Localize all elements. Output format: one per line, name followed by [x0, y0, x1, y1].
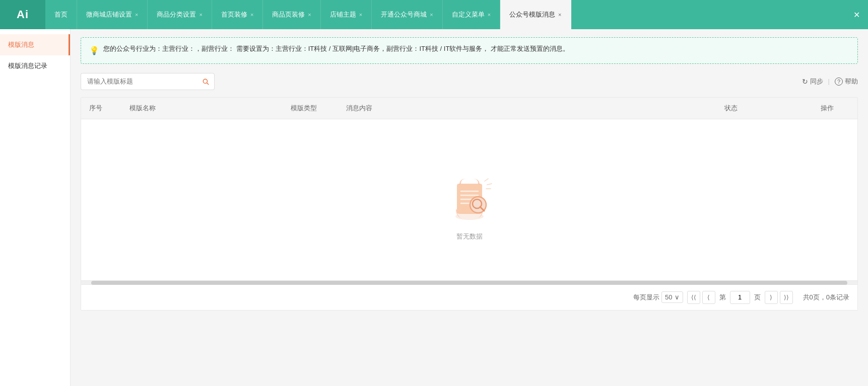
svg-line-12	[487, 184, 492, 185]
close-tab-weshop-icon[interactable]: ×	[135, 12, 138, 18]
page-size-select-box[interactable]: 50 ∨	[661, 291, 683, 303]
search-bar: ↻ 同步 | ? 帮助	[81, 73, 858, 90]
table-header: 序号 模版名称 模版类型 消息内容 状态 操作	[81, 98, 857, 119]
page-size-value: 50	[665, 293, 672, 301]
close-tab-homepage-icon[interactable]: ×	[250, 12, 253, 18]
close-tab-product-icon[interactable]: ×	[308, 12, 311, 18]
pagination: 每页显示 50 ∨ ⟨⟨ ⟨ 第 页 ⟩ ⟩⟩ 共0页，0条记录	[81, 284, 857, 310]
total-info: 共0页，0条记录	[803, 293, 849, 302]
scrollbar-thumb[interactable]	[91, 281, 847, 285]
last-page-button[interactable]: ⟩⟩	[780, 291, 793, 304]
search-icon	[202, 78, 209, 85]
nav-tab-menu[interactable]: 自定义菜单×	[443, 0, 500, 29]
svg-point-0	[203, 79, 207, 83]
close-tab-theme-icon[interactable]: ×	[359, 12, 362, 18]
data-table: 序号 模版名称 模版类型 消息内容 状态 操作	[81, 97, 858, 311]
search-button[interactable]	[196, 73, 215, 90]
col-header-name: 模版名称	[121, 98, 283, 119]
nav-tabs: 首页微商城店铺设置×商品分类设置×首页装修×商品页装修×店铺主题×开通公众号商城…	[45, 0, 845, 29]
help-icon: ?	[835, 78, 843, 86]
next-page-button[interactable]: ⟩	[765, 291, 778, 304]
svg-line-1	[207, 83, 208, 85]
empty-text: 暂无数据	[456, 232, 483, 241]
page-label-post: 页	[754, 293, 761, 302]
svg-line-11	[485, 179, 488, 181]
col-header-status: 状态	[716, 98, 797, 119]
search-right: ↻ 同步 | ? 帮助	[802, 77, 858, 86]
nav-tab-theme[interactable]: 店铺主题×	[321, 0, 372, 29]
close-tab-mall-icon[interactable]: ×	[430, 12, 433, 18]
page-label-pre: 第	[719, 293, 726, 302]
nav-tab-template[interactable]: 公众号模版消息×	[500, 0, 571, 29]
nav-tab-category[interactable]: 商品分类设置×	[148, 0, 212, 29]
svg-point-2	[455, 213, 484, 220]
col-header-content: 消息内容	[338, 98, 716, 119]
empty-illustration	[442, 169, 497, 224]
page-size-label: 每页显示	[633, 293, 659, 302]
help-button[interactable]: ? 帮助	[835, 77, 858, 86]
col-header-seq: 序号	[81, 98, 121, 119]
nav-tab-mall[interactable]: 开通公众号商城×	[372, 0, 442, 29]
search-input[interactable]	[81, 73, 196, 90]
top-navigation: Ai 首页微商城店铺设置×商品分类设置×首页装修×商品页装修×店铺主题×开通公众…	[0, 0, 868, 29]
prev-page-button[interactable]: ⟨	[702, 291, 715, 304]
close-all-button[interactable]: ✕	[845, 0, 868, 29]
logo: Ai	[0, 0, 45, 29]
page-number-input[interactable]	[730, 291, 750, 304]
divider: |	[828, 78, 830, 85]
notice-text: 您的公众号行业为：主营行业：，副营行业： 需要设置为：主营行业：IT科技 / 互…	[103, 44, 569, 54]
content-area: 💡 您的公众号行业为：主营行业：，副营行业： 需要设置为：主营行业：IT科技 /…	[71, 29, 868, 386]
page-navigation: ⟨⟨ ⟨ 第 页 ⟩ ⟩⟩	[687, 291, 793, 304]
search-left	[81, 73, 215, 90]
sync-icon: ↻	[802, 78, 808, 86]
table-body-empty: 暂无数据	[81, 119, 857, 280]
nav-tab-weshop[interactable]: 微商城店铺设置×	[77, 0, 148, 29]
col-header-action: 操作	[797, 98, 857, 119]
close-tab-menu-icon[interactable]: ×	[488, 12, 491, 18]
sidebar-item-template-msg[interactable]: 模版消息	[0, 34, 70, 55]
first-page-button[interactable]: ⟨⟨	[687, 291, 700, 304]
nav-tab-product[interactable]: 商品页装修×	[263, 0, 320, 29]
notice-icon: 💡	[89, 44, 99, 57]
nav-tab-homepage[interactable]: 首页装修×	[212, 0, 263, 29]
page-size-selector: 每页显示 50 ∨	[633, 291, 683, 303]
main-layout: 模版消息模版消息记录 💡 您的公众号行业为：主营行业：，副营行业： 需要设置为：…	[0, 29, 868, 386]
nav-tab-home[interactable]: 首页	[45, 0, 77, 29]
chevron-down-icon: ∨	[675, 293, 680, 301]
sidebar: 模版消息模版消息记录	[0, 29, 71, 386]
horizontal-scrollbar[interactable]	[81, 280, 857, 284]
sync-button[interactable]: ↻ 同步	[802, 77, 823, 86]
sidebar-item-template-log[interactable]: 模版消息记录	[0, 55, 70, 76]
col-header-type: 模版类型	[283, 98, 338, 119]
close-tab-category-icon[interactable]: ×	[199, 12, 202, 18]
close-tab-template-icon[interactable]: ×	[558, 12, 561, 18]
notice-box: 💡 您的公众号行业为：主营行业：，副营行业： 需要设置为：主营行业：IT科技 /…	[81, 37, 858, 64]
